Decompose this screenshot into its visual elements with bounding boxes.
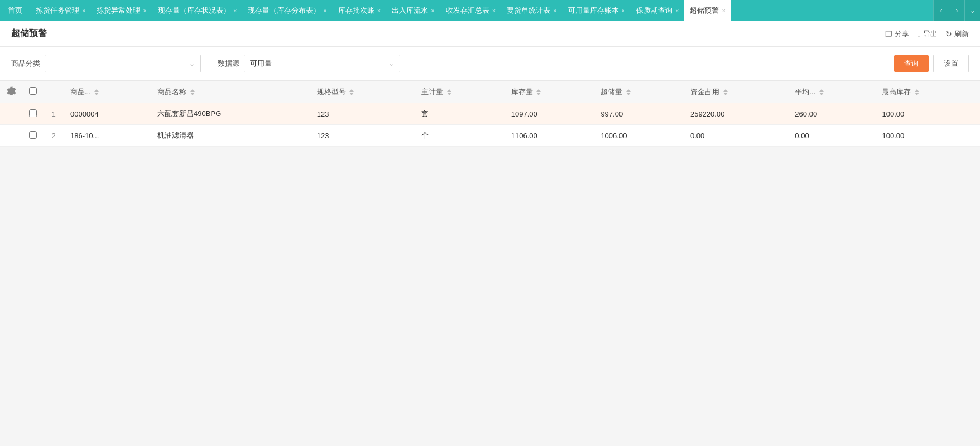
nav-tab-9[interactable]: 保质期查询 × — [631, 0, 684, 21]
col-spec[interactable]: 规格型号 — [310, 81, 415, 103]
close-tab-8[interactable]: × — [622, 7, 625, 14]
filter-actions: 查询 设置 — [894, 55, 969, 72]
nav-tab-2[interactable]: 现存量（库存状况表） × — [152, 0, 242, 21]
col-overstock[interactable]: 超储量 — [594, 81, 684, 103]
row-max-stock-0: 100.00 — [875, 103, 980, 125]
col-settings — [0, 81, 22, 103]
close-tab-9[interactable]: × — [675, 7, 679, 14]
row-checkbox-cell-0[interactable] — [22, 103, 44, 125]
sort-capital[interactable] — [723, 89, 728, 95]
settings-button[interactable]: 设置 — [933, 55, 969, 72]
nav-tab-6[interactable]: 收发存汇总表 × — [440, 0, 501, 21]
sort-spec[interactable] — [349, 89, 354, 95]
row-product-name-0: 六配套新昌490BPG — [151, 103, 310, 125]
col-product-code[interactable]: 商品... — [64, 81, 151, 103]
nav-tab-8[interactable]: 可用量库存账本 × — [563, 0, 631, 21]
page-title: 超储预警 — [11, 28, 47, 40]
settings-gear-icon[interactable] — [7, 86, 16, 95]
filter-product-category: 商品分类 ⌄ — [11, 55, 201, 72]
export-button[interactable]: ↓ 导出 — [917, 29, 938, 39]
table-container: 商品... 商品名称 规格型号 — [0, 81, 980, 147]
row-checkbox-1[interactable] — [29, 131, 37, 139]
product-category-select[interactable]: ⌄ — [45, 55, 201, 72]
nav-tab-3[interactable]: 现存量（库存分布表） × — [242, 0, 332, 21]
nav-more-btn[interactable]: ⌄ — [964, 0, 980, 21]
query-button[interactable]: 查询 — [894, 55, 929, 72]
row-max-stock-1: 100.00 — [875, 125, 980, 147]
data-source-value: 可用量 — [250, 59, 272, 69]
row-unit-0: 套 — [415, 103, 505, 125]
close-tab-1[interactable]: × — [143, 7, 146, 14]
row-capital-0: 259220.00 — [684, 103, 788, 125]
row-num-0: 1 — [44, 103, 64, 125]
col-avg[interactable]: 平均... — [788, 81, 875, 103]
table-row: 1 0000004 六配套新昌490BPG 123 套 1097.00 997.… — [0, 103, 980, 125]
row-checkbox-cell-1[interactable] — [22, 125, 44, 147]
product-category-label: 商品分类 — [11, 59, 40, 69]
row-spec-1: 123 — [310, 125, 415, 147]
sort-max-stock[interactable] — [915, 89, 919, 95]
sort-avg[interactable] — [819, 89, 824, 95]
nav-tab-5[interactable]: 出入库流水 × — [386, 0, 440, 21]
row-spec-0: 123 — [310, 103, 415, 125]
row-num-1: 2 — [44, 125, 64, 147]
table-row: 2 186-10... 机油滤清器 123 个 1106.00 1006.00 … — [0, 125, 980, 147]
col-unit[interactable]: 主计量 — [415, 81, 505, 103]
sort-stock[interactable] — [536, 89, 541, 95]
page-header: 超储预警 ❐ 分享 ↓ 导出 ↻ 刷新 — [0, 21, 980, 47]
close-tab-3[interactable]: × — [323, 7, 326, 14]
row-avg-1: 0.00 — [788, 125, 875, 147]
sort-product-name[interactable] — [190, 89, 195, 95]
row-overstock-0: 997.00 — [594, 103, 684, 125]
product-category-arrow: ⌄ — [189, 60, 195, 67]
share-icon: ❐ — [885, 30, 892, 38]
filter-area: 商品分类 ⌄ 数据源 可用量 ⌄ 查询 设置 — [0, 47, 980, 81]
sort-overstock[interactable] — [626, 89, 631, 95]
row-gear-1 — [0, 125, 22, 147]
nav-home[interactable]: 首页 — [0, 0, 30, 21]
nav-tab-10[interactable]: 超储预警 × — [684, 0, 731, 21]
refresh-button[interactable]: ↻ 刷新 — [945, 29, 969, 39]
table-header-row: 商品... 商品名称 规格型号 — [0, 81, 980, 103]
nav-tab-1[interactable]: 拣货异常处理 × — [91, 0, 152, 21]
row-checkbox-0[interactable] — [29, 109, 37, 117]
col-product-name[interactable]: 商品名称 — [151, 81, 310, 103]
filter-data-source: 数据源 可用量 ⌄ — [218, 55, 400, 72]
share-button[interactable]: ❐ 分享 — [885, 29, 909, 39]
col-select-all[interactable] — [22, 81, 44, 103]
sort-product-code[interactable] — [94, 89, 99, 95]
close-tab-2[interactable]: × — [233, 7, 237, 14]
row-gear-0 — [0, 103, 22, 125]
data-source-arrow: ⌄ — [388, 60, 394, 67]
nav-tab-0[interactable]: 拣货任务管理 × — [30, 0, 91, 21]
col-stock[interactable]: 库存量 — [505, 81, 594, 103]
nav-tab-4[interactable]: 库存批次账 × — [333, 0, 386, 21]
close-tab-5[interactable]: × — [431, 7, 434, 14]
row-product-code-0: 0000004 — [64, 103, 151, 125]
data-table: 商品... 商品名称 规格型号 — [0, 81, 980, 147]
refresh-icon: ↻ — [945, 30, 952, 38]
nav-tab-7[interactable]: 要货单统计表 × — [501, 0, 562, 21]
data-source-select[interactable]: 可用量 ⌄ — [244, 55, 400, 72]
nav-arrows: ‹ › ⌄ — [933, 0, 980, 21]
close-tab-10[interactable]: × — [722, 7, 725, 14]
row-product-name-1: 机油滤清器 — [151, 125, 310, 147]
sort-unit[interactable] — [447, 89, 451, 95]
col-rownum — [44, 81, 64, 103]
close-tab-0[interactable]: × — [82, 7, 85, 14]
close-tab-6[interactable]: × — [492, 7, 496, 14]
col-capital[interactable]: 资金占用 — [684, 81, 788, 103]
nav-next-btn[interactable]: › — [949, 0, 964, 21]
row-stock-0: 1097.00 — [505, 103, 594, 125]
row-stock-1: 1106.00 — [505, 125, 594, 147]
header-actions: ❐ 分享 ↓ 导出 ↻ 刷新 — [885, 29, 969, 39]
row-capital-1: 0.00 — [684, 125, 788, 147]
close-tab-7[interactable]: × — [553, 7, 556, 14]
close-tab-4[interactable]: × — [377, 7, 381, 14]
top-nav: 首页 拣货任务管理 × 拣货异常处理 × 现存量（库存状况表） × 现存量（库存… — [0, 0, 980, 21]
select-all-checkbox[interactable] — [29, 87, 37, 95]
table-body: 1 0000004 六配套新昌490BPG 123 套 1097.00 997.… — [0, 103, 980, 147]
col-max-stock[interactable]: 最高库存 — [875, 81, 980, 103]
nav-prev-btn[interactable]: ‹ — [933, 0, 949, 21]
data-source-label: 数据源 — [218, 59, 239, 69]
